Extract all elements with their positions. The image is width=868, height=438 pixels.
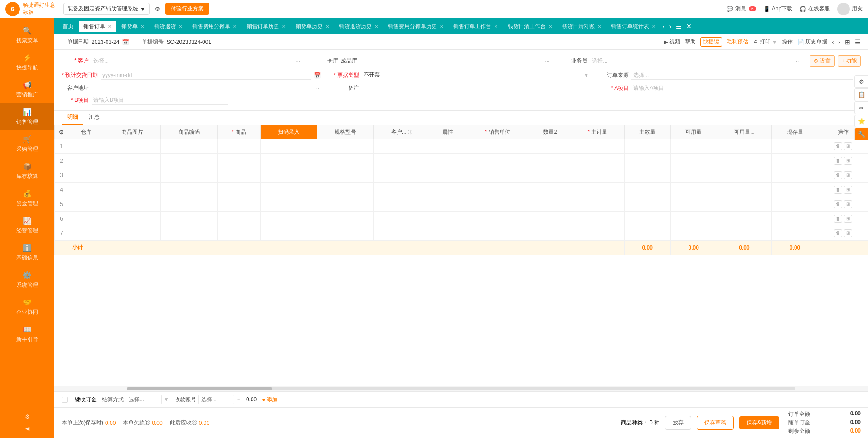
tab-order-report[interactable]: 销售订单统计表 ✕ [606,21,660,32]
sidebar-item-system[interactable]: ⚙️ 系统管理 [0,266,54,294]
sidebar-item-inventory[interactable]: 📦 库存核算 [0,158,54,185]
side-panel-tool-btn[interactable]: 🔧 [854,128,868,140]
delivery-date-input[interactable] [101,71,311,80]
help-btn[interactable]: 帮助 [685,38,696,46]
col-settings[interactable]: ⚙ [55,125,68,139]
row-action-2[interactable]: 🗑 ⊞ [818,154,868,168]
calendar-icon[interactable]: 📅 [122,39,129,45]
tab-daily-reconcile[interactable]: 钱货日清对账 ✕ [558,21,606,32]
tab-daily-workbench[interactable]: 钱货日清工作台 ✕ [503,21,557,32]
sidebar-item-business[interactable]: 📈 经营管理 [0,212,54,239]
ticket-type-select[interactable]: 不开票 ▼ [362,70,591,80]
tab-close-sales-order[interactable]: ✕ [108,24,112,29]
shortcut-btn[interactable]: 快捷键 [700,37,722,47]
nav-right-btn[interactable]: › [838,39,840,46]
tab-close-order-report[interactable]: ✕ [652,24,655,29]
remark-input[interactable] [362,84,591,92]
sidebar-item-purchase[interactable]: 🛒 采购管理 [0,130,54,158]
tab-prev-btn[interactable]: ‹ [661,22,667,31]
side-panel-settings-btn[interactable]: ⚙ [854,75,868,88]
tab-close-order-workbench[interactable]: ✕ [494,24,498,29]
side-panel-edit-btn[interactable]: ✏ [854,101,868,114]
operation-btn[interactable]: 操作 [782,38,793,46]
delete-row-2-icon[interactable]: 🗑 [834,157,842,165]
sidebar-item-guide[interactable]: 📖 新手引导 [0,321,54,348]
scrollbar-thumb[interactable] [127,387,272,390]
tab-expense-history[interactable]: 销售费用分摊单历史 ✕ [383,21,448,32]
view-btn[interactable]: ▶视频 [664,38,680,46]
side-panel-star-btn[interactable]: ⭐ [854,115,868,127]
copy-row-7-icon[interactable]: ⊞ [844,229,852,237]
tab-menu-btn[interactable]: ☰ [674,22,684,31]
checkbox-icon[interactable] [62,397,68,403]
profit-btn[interactable]: 毛利预估 [727,38,748,46]
sidebar-item-basicinfo[interactable]: ℹ️ 基础信息 [0,239,54,266]
delete-row-7-icon[interactable]: 🗑 [834,229,842,237]
a-project-input[interactable] [631,84,861,92]
tab-close-daily-reconcile[interactable]: ✕ [597,24,601,29]
row-action-5[interactable]: 🗑 ⊞ [818,197,868,212]
tab-close-invoice-history[interactable]: ✕ [325,24,329,29]
address-dots[interactable]: ··· [316,85,321,91]
account-input[interactable] [198,395,234,404]
nav-left-btn[interactable]: ‹ [832,39,834,46]
row-action-6[interactable]: 🗑 ⊞ [818,212,868,226]
detail-tab-summary[interactable]: 汇总 [83,111,105,125]
discard-btn[interactable]: 放弃 [665,416,691,430]
copy-row-2-icon[interactable]: ⊞ [844,157,852,165]
settings-side-btn[interactable]: ⚙ 设置 [810,55,834,67]
industry-btn[interactable]: 体验行业方案 [165,3,209,15]
notification-item[interactable]: 💬 消息 6 [727,5,756,13]
address-input[interactable] [92,84,314,92]
tab-home[interactable]: 首页 [58,21,78,32]
tab-sales-expense[interactable]: 销售费用分摊单 ✕ [188,21,241,32]
tab-close-expense-history[interactable]: ✕ [440,24,443,29]
sidebar-item-finance[interactable]: 💰 资金管理 [0,185,54,212]
row-action-1[interactable]: 🗑 ⊞ [818,139,868,154]
tab-order-workbench[interactable]: 销售订单工作台 ✕ [449,21,502,32]
customer-input[interactable] [92,57,293,65]
support-item[interactable]: 🎧 在线客服 [800,5,830,13]
settings-icon[interactable]: ⚙ [153,4,162,14]
payment-method-input[interactable] [126,395,162,404]
scrollbar-track[interactable] [127,387,795,390]
quick-deposit-checkbox[interactable]: 一键收订金 [62,396,97,404]
account-dots[interactable]: ··· [236,396,241,403]
side-panel-clipboard-btn[interactable]: 📋 [854,88,868,101]
detail-tab-detail[interactable]: 明细 [62,111,83,125]
tab-close-sales-expense[interactable]: ✕ [233,24,237,29]
row-action-4[interactable]: 🗑 ⊞ [818,183,868,197]
tab-sales-return[interactable]: 销货退货 ✕ [150,21,187,32]
row-action-3[interactable]: 🗑 ⊞ [818,168,868,183]
print-btn[interactable]: 🖨打印▼ [753,38,777,46]
tab-sales-invoice[interactable]: 销货单 ✕ [117,21,149,32]
system-selector[interactable]: 装备及固定资产辅助管理系统 ▼ [63,3,150,15]
sidebar-collapse-btn[interactable]: ◀ [0,423,54,434]
save-new-btn[interactable]: 保存&新增 [739,416,779,429]
sidebar-item-sales[interactable]: 📊 销售管理 [0,103,54,130]
user-item[interactable]: 用友 [837,3,863,15]
delivery-calendar-icon[interactable]: 📅 [314,72,321,79]
staff-input[interactable] [590,57,791,65]
tab-return-history[interactable]: 销货退货历史 ✕ [335,21,383,32]
copy-row-3-icon[interactable]: ⊞ [844,171,852,179]
sidebar-item-marketing[interactable]: 📢 营销推广 [0,76,54,103]
download-item[interactable]: 📱 App下载 [763,5,792,13]
sidebar-item-quicknav[interactable]: ⚡ 快捷导航 [0,49,54,76]
tab-close-sales-invoice[interactable]: ✕ [141,24,144,29]
b-project-input[interactable] [92,96,228,105]
scrollbar-area[interactable] [54,386,868,391]
tab-close-daily-workbench[interactable]: ✕ [548,24,552,29]
sidebar-settings-btn[interactable]: ⚙ [0,411,54,423]
copy-row-6-icon[interactable]: ⊞ [844,215,852,223]
add-btn[interactable]: ● 添加 [262,396,277,404]
history-btn[interactable]: 📄历史单据 [797,38,827,46]
tab-invoice-history[interactable]: 销货单历史 ✕ [291,21,334,32]
delete-row-5-icon[interactable]: 🗑 [834,200,842,208]
tab-next-btn[interactable]: › [668,22,674,31]
warehouse-dots[interactable]: ··· [545,58,549,64]
customer-dots[interactable]: ··· [296,58,300,64]
row-action-7[interactable]: 🗑 ⊞ [818,226,868,241]
grid-view-btn[interactable]: ⊞ [845,39,850,46]
order-source-input[interactable] [631,71,853,80]
